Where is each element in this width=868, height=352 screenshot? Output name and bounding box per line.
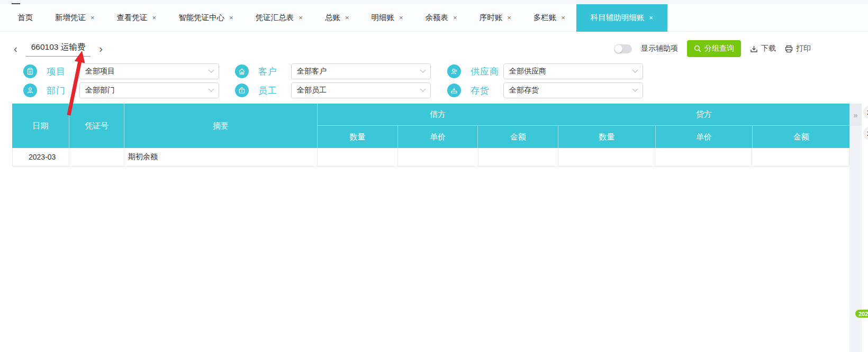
table-row: 2023-03 期初余额 — [12, 148, 849, 166]
column-header-debit-amount: 金额 — [478, 126, 558, 148]
tab-home[interactable]: 首页 — [6, 4, 44, 32]
toggle-knob — [614, 45, 622, 53]
cell-credit-price — [655, 148, 752, 166]
project-select-value: 全部项目 — [85, 67, 209, 76]
tab-label: 首页 — [17, 13, 33, 23]
tab-sequential-ledger[interactable]: 序时账× — [468, 4, 522, 32]
customer-select-value: 全部客户 — [297, 67, 421, 76]
tab-general-ledger[interactable]: 总账× — [314, 4, 360, 32]
filter-department: 部门 全部部门 — [23, 82, 219, 98]
filter-project: 项目 全部项目 — [23, 63, 219, 79]
subject-selector[interactable]: 660103 运输费 — [26, 41, 91, 57]
department-icon — [23, 84, 37, 97]
chevron-down-icon — [420, 86, 426, 92]
filter-label: 存货 — [461, 85, 503, 97]
tab-label: 序时账 — [480, 13, 503, 23]
cell-voucher-no — [69, 148, 124, 166]
tab-label: 查看凭证 — [117, 13, 148, 23]
filter-supplier: 供应商 全部供应商 — [447, 63, 643, 79]
filter-label: 员工 — [249, 85, 291, 97]
close-tab-icon[interactable]: × — [561, 14, 565, 22]
close-tab-icon[interactable]: × — [399, 14, 403, 22]
close-tab-icon[interactable]: × — [345, 14, 349, 22]
filter-inventory: 存货 全部存货 — [447, 82, 643, 98]
filter-employee: 员工 全部员工 — [235, 82, 431, 98]
prev-subject-icon[interactable]: ‹ — [13, 43, 19, 54]
employee-select-value: 全部员工 — [297, 86, 421, 95]
tab-new-voucher[interactable]: 新增凭证× — [44, 4, 106, 32]
tab-label: 明细账 — [371, 13, 394, 23]
cell-debit-price — [398, 148, 478, 166]
supplier-select-value: 全部供应商 — [509, 67, 633, 76]
expand-panel-button[interactable]: » — [849, 104, 862, 126]
close-tab-icon[interactable]: × — [91, 14, 95, 22]
subject-nav: ‹ 660103 运输费 › — [13, 41, 104, 56]
group-query-button[interactable]: 分组查询 — [687, 40, 741, 57]
show-auxiliary-toggle[interactable] — [614, 44, 632, 53]
toolbar: 显示辅助项 分组查询 下载 打印 — [614, 39, 811, 58]
toggle-label: 显示辅助项 — [641, 44, 678, 53]
ledger-table: 日期 凭证号 摘要 借方 数量 单价 金额 贷方 数量 单价 金额 — [12, 104, 849, 166]
clipped-period-item: 2 — [863, 105, 868, 119]
double-chevron-right-icon: » — [853, 110, 857, 119]
project-icon — [23, 64, 37, 78]
tab-detail-ledger[interactable]: 明细账× — [360, 4, 414, 32]
group-query-label: 分组查询 — [704, 44, 734, 53]
department-select[interactable]: 全部部门 — [79, 82, 219, 98]
tab-balance-table[interactable]: 余额表× — [414, 4, 468, 32]
inventory-select[interactable]: 全部存货 — [503, 82, 643, 98]
close-tab-icon[interactable]: × — [453, 14, 457, 22]
department-select-value: 全部部门 — [85, 86, 209, 95]
tab-label: 余额表 — [426, 13, 449, 23]
clipped-period-badge: 202 — [855, 310, 868, 318]
cell-credit-amount — [752, 148, 849, 166]
chevron-down-icon — [632, 86, 638, 92]
filter-label: 部门 — [37, 85, 79, 97]
supplier-select[interactable]: 全部供应商 — [503, 63, 643, 79]
close-tab-icon[interactable]: × — [299, 14, 303, 22]
printer-icon — [785, 45, 793, 53]
filter-label: 项目 — [37, 66, 79, 78]
column-group-credit: 贷方 数量 单价 金额 — [558, 104, 849, 148]
close-tab-icon[interactable]: × — [649, 14, 653, 22]
column-header-debit-qty: 数量 — [318, 126, 398, 148]
column-header-credit-price: 单价 — [656, 126, 753, 148]
clipped-period-item: 2 — [863, 126, 868, 140]
tab-subject-auxiliary-detail[interactable]: 科目辅助明细账× — [576, 4, 667, 32]
close-tab-icon[interactable]: × — [229, 14, 233, 22]
close-tab-icon[interactable]: × — [507, 14, 511, 22]
cell-credit-qty — [558, 148, 655, 166]
tab-multi-column-ledger[interactable]: 多栏账× — [522, 4, 576, 32]
download-label: 下载 — [761, 44, 776, 53]
subject-auxiliary-detail-page: 首页 新增凭证× 查看凭证× 智能凭证中心× 凭证汇总表× 总账× 明细账× 余… — [0, 0, 868, 352]
project-select[interactable]: 全部项目 — [79, 63, 219, 79]
column-header-debit: 借方 — [318, 104, 558, 126]
tab-smart-voucher-center[interactable]: 智能凭证中心× — [167, 4, 245, 32]
tab-label: 总账 — [325, 13, 340, 23]
chevron-down-icon — [632, 67, 638, 73]
print-button[interactable]: 打印 — [785, 44, 811, 53]
cell-debit-qty — [318, 148, 398, 166]
filter-customer: 客户 全部客户 — [235, 63, 431, 79]
cell-summary: 期初余额 — [124, 148, 318, 166]
inventory-select-value: 全部存货 — [509, 86, 633, 95]
download-button[interactable]: 下载 — [750, 44, 776, 53]
customer-select[interactable]: 全部客户 — [291, 63, 431, 79]
close-tab-icon[interactable]: × — [152, 14, 157, 22]
table-header: 日期 凭证号 摘要 借方 数量 单价 金额 贷方 数量 单价 金额 — [12, 104, 849, 148]
download-icon — [750, 45, 758, 53]
chevron-down-icon — [208, 67, 214, 73]
column-header-credit: 贷方 — [558, 104, 849, 126]
chevron-down-icon — [420, 67, 426, 73]
inventory-icon — [447, 84, 461, 97]
filter-label: 供应商 — [461, 66, 503, 78]
column-header-voucher-no: 凭证号 — [69, 104, 124, 148]
column-header-debit-price: 单价 — [398, 126, 478, 148]
tab-view-voucher[interactable]: 查看凭证× — [106, 4, 168, 32]
cell-debit-amount — [478, 148, 558, 166]
next-subject-icon[interactable]: › — [98, 43, 104, 54]
column-group-debit: 借方 数量 单价 金额 — [318, 104, 558, 148]
tab-voucher-summary[interactable]: 凭证汇总表× — [245, 4, 314, 32]
employee-select[interactable]: 全部员工 — [291, 82, 431, 98]
tab-label: 新增凭证 — [55, 13, 86, 23]
